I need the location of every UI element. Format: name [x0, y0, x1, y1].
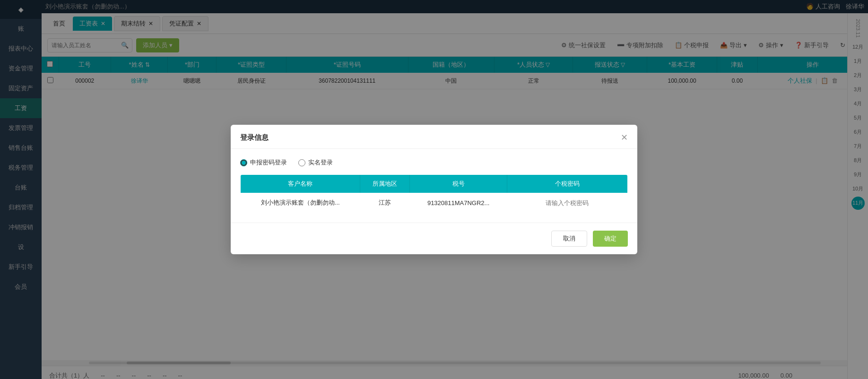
radio-realname-label: 实名登录: [308, 158, 333, 167]
modal-header: 登录信息 ✕: [231, 125, 637, 149]
modal-cell-name: 刘小艳演示账套（勿删勿动...: [241, 193, 360, 213]
modal-col-password: 个税密码: [507, 175, 628, 193]
modal-title: 登录信息: [240, 133, 269, 142]
modal-col-tax-no: 税号: [409, 175, 507, 193]
cancel-button[interactable]: 取消: [551, 231, 587, 247]
radio-realname[interactable]: 实名登录: [298, 158, 333, 167]
radio-password[interactable]: 申报密码登录: [240, 158, 287, 167]
radio-password-label: 申报密码登录: [250, 158, 287, 167]
login-modal: 登录信息 ✕ 申报密码登录 实名登录 客户名称 所属地区: [231, 125, 637, 254]
modal-col-name: 客户名称: [241, 175, 360, 193]
modal-col-region: 所属地区: [360, 175, 409, 193]
modal-close-btn[interactable]: ✕: [621, 132, 628, 143]
radio-realname-input[interactable]: [298, 159, 305, 166]
modal-overlay[interactable]: 登录信息 ✕ 申报密码登录 实名登录 客户名称 所属地区: [0, 0, 868, 379]
modal-cell-region: 江苏: [360, 193, 409, 213]
modal-table-row: 刘小艳演示账套（勿删勿动... 江苏 91320811MA7NGR2...: [241, 193, 628, 213]
radio-password-input[interactable]: [240, 159, 247, 166]
modal-cell-password[interactable]: [507, 193, 628, 213]
individual-tax-password-input[interactable]: [514, 199, 621, 207]
confirm-button[interactable]: 确定: [593, 231, 628, 247]
modal-cell-tax-no: 91320811MA7NGR2...: [409, 193, 507, 213]
modal-body: 申报密码登录 实名登录 客户名称 所属地区 税号 个税密码: [231, 149, 637, 223]
login-info-table: 客户名称 所属地区 税号 个税密码 刘小艳演示账套（勿删勿动... 江苏 913…: [240, 174, 628, 213]
modal-footer: 取消 确定: [231, 223, 637, 254]
login-method-group: 申报密码登录 实名登录: [240, 158, 628, 167]
